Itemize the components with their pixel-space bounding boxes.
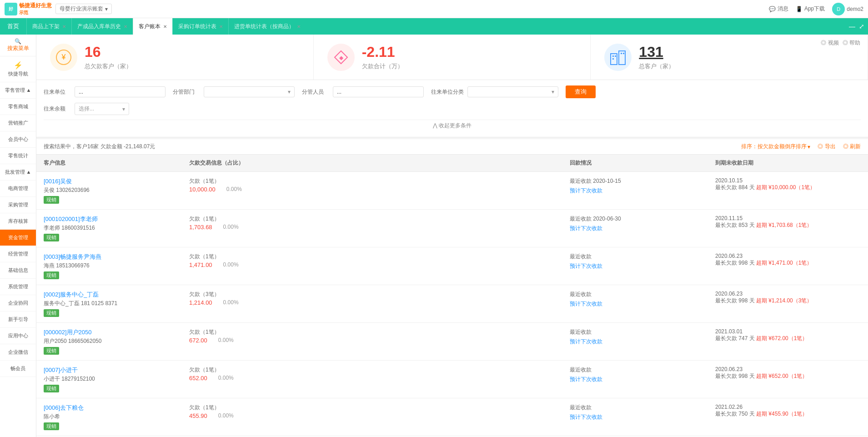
filter-label-person: 分管人员 — [302, 88, 329, 96]
customer-name[interactable]: [0006]去下粮仓 — [44, 404, 189, 412]
filter-balance: 往来余额 选择... ▾ — [44, 103, 129, 115]
customer-tag: 现销 — [44, 309, 59, 317]
logo: 好 畅捷通好生意 示范 — [5, 2, 52, 16]
help-action[interactable]: ◎ 帮助 — [843, 39, 860, 47]
collapse-button[interactable]: ⋀ 收起更多条件 — [44, 120, 861, 131]
customer-name[interactable]: [0001020001]李老师 — [44, 215, 189, 223]
top-bar: 好 畅捷通好生意 示范 母婴行业演示账套 ▾ 💬 消息 📱 App下载 D de… — [0, 0, 868, 18]
overdue-days: 最长欠款 884 天 超期 ¥10,000.00（1笔） — [715, 184, 861, 191]
owe-info: 欠款（1笔） 1,703.68 0.00% — [189, 215, 570, 231]
customer-info: [0016]吴俊 吴俊 13026203696 现销 — [44, 177, 189, 204]
overdue-link[interactable]: 超期 ¥652.00（1笔） — [756, 373, 808, 379]
table-row: [0002]服务中心_丁磊 服务中心_丁磊 181 0125 8371 现销 欠… — [36, 285, 868, 323]
collect-date: 最近收款 — [570, 366, 715, 374]
sidebar-item-wechat[interactable]: 企业微信 — [0, 344, 36, 361]
tab-close-icon[interactable]: ✕ — [62, 24, 66, 29]
tab-minimize-icon[interactable]: — — [849, 23, 855, 30]
owe-amount[interactable]: 652.00 — [189, 375, 207, 382]
tab-bar: 首页 商品上下架 ✕ 产成品入库单历史 ✕ 客户账本 ✕ 采购订单统计表 ✕ 进… — [0, 18, 868, 35]
sidebar-item-retail-stats[interactable]: 零售统计 — [0, 148, 36, 164]
owe-amount[interactable]: 455.90 — [189, 412, 207, 419]
customer-name[interactable]: [0016]吴俊 — [44, 177, 189, 186]
overdue-link[interactable]: 超期 ¥10,000.00（1笔） — [756, 184, 815, 191]
sort-chevron-icon[interactable]: ▾ — [808, 144, 810, 150]
filter-select-unit-class[interactable]: ▾ — [467, 86, 558, 97]
customer-name[interactable]: [0002]服务中心_丁磊 — [44, 291, 189, 299]
sidebar-item-basic[interactable]: 基础信息 — [0, 262, 36, 279]
search-button[interactable]: 查询 — [566, 85, 596, 98]
sidebar-item-purchase[interactable]: 采购管理 — [0, 197, 36, 213]
overdue-link[interactable]: 超期 ¥1,471.00（1笔） — [756, 260, 812, 266]
collapse-label: 收起更多条件 — [439, 122, 472, 129]
sidebar-item-enterprise[interactable]: 企业协同 — [0, 295, 36, 311]
sidebar-search[interactable]: 🔍 搜索菜单 — [0, 35, 36, 56]
overdue-link[interactable]: 超期 ¥455.90（1笔） — [756, 411, 808, 417]
customer-phone: 海燕 18513066976 — [44, 262, 189, 270]
customer-name[interactable]: [0003]畅捷服务尹海燕 — [44, 253, 189, 261]
due-date: 2020.11.15 — [715, 215, 861, 221]
sidebar-item-inventory[interactable]: 库存核算 — [0, 213, 36, 230]
overdue-link[interactable]: 超期 ¥672.00（1笔） — [756, 335, 808, 342]
owe-amount[interactable]: 10,000.00 — [189, 186, 216, 193]
customer-name[interactable]: [0007]小进干 — [44, 366, 189, 374]
owe-amount[interactable]: 1,703.68 — [189, 224, 212, 231]
tab-customer-account[interactable]: 客户账本 ✕ — [133, 18, 172, 35]
video-action[interactable]: ◎ 视频 — [821, 39, 838, 47]
sidebar-item-batch[interactable]: 批发管理 ▲ — [0, 164, 36, 181]
sidebar-item-finance[interactable]: 资金管理 — [0, 230, 36, 246]
col-header-customer: 客户信息 — [44, 159, 189, 167]
phone-icon: 📱 — [796, 6, 803, 12]
top-bar-right: 💬 消息 📱 App下载 D demo2 — [769, 3, 863, 15]
customer-name[interactable]: [000002]用户2050 — [44, 328, 189, 337]
filter-select-balance[interactable]: 选择... ▾ — [75, 103, 129, 115]
due-info: 2020.06.23 最长欠款 998 天 超期 ¥1,214.00（3笔） — [715, 291, 861, 305]
message-button[interactable]: 💬 消息 — [769, 5, 788, 13]
overdue-link[interactable]: 超期 ¥1,703.68（1笔） — [756, 222, 812, 228]
sidebar-item-quick-nav[interactable]: ⚡ 快捷导航 — [0, 56, 36, 82]
owe-pct: 0.00% — [226, 186, 242, 192]
tab-close-icon[interactable]: ✕ — [297, 24, 301, 29]
tab-home[interactable]: 首页 — [0, 18, 26, 35]
collect-next: 预计下次收款 — [570, 300, 715, 308]
owe-row: 652.00 0.00% — [189, 374, 570, 382]
tab-product-updown[interactable]: 商品上下架 ✕ — [26, 18, 71, 35]
filter-input-source-unit[interactable]: ... — [75, 86, 166, 97]
sidebar-item-vip[interactable]: 畅会员 — [0, 361, 36, 377]
results-summary: 搜索结果中，客户16家 欠款金额 -21,148.07元 — [44, 143, 155, 151]
tab-close-icon[interactable]: ✕ — [163, 24, 167, 29]
sidebar-item-member[interactable]: 会员中心 — [0, 131, 36, 148]
sidebar-item-retail-mall[interactable]: 零售商城 — [0, 99, 36, 115]
tab-maximize-icon[interactable]: ⤢ — [859, 23, 864, 30]
filter-select-dept[interactable]: ▾ — [204, 86, 295, 97]
sidebar: 🔍 搜索菜单 ⚡ 快捷导航 零售管理 ▲ 零售商城 营销推广 会员中心 零售统计… — [0, 35, 36, 437]
company-selector[interactable]: 母婴行业演示账套 ▾ — [55, 4, 112, 14]
tab-purchase-order[interactable]: 采购订单统计表 ✕ — [172, 18, 228, 35]
search-icon: 🔍 — [4, 38, 32, 45]
tab-close-icon[interactable]: ✕ — [124, 24, 127, 29]
owe-row: 1,471.00 0.00% — [189, 261, 570, 268]
filter-input-person[interactable]: ... — [333, 86, 424, 97]
overdue-days: 最长欠款 853 天 超期 ¥1,703.68（1笔） — [715, 221, 861, 229]
filter-person: 分管人员 ... — [302, 86, 424, 97]
collect-date: 最近收款 — [570, 291, 715, 298]
owe-amount[interactable]: 1,214.00 — [189, 299, 212, 306]
tab-product-instock[interactable]: 产成品入库单历史 ✕ — [71, 18, 133, 35]
refresh-button[interactable]: ◎ 刷新 — [843, 143, 861, 151]
user-menu[interactable]: D demo2 — [832, 3, 863, 15]
overdue-link[interactable]: 超期 ¥1,214.00（3笔） — [756, 297, 812, 304]
sidebar-item-retail[interactable]: 零售管理 ▲ — [0, 82, 36, 99]
customer-info: [0002]服务中心_丁磊 服务中心_丁磊 181 0125 8371 现销 — [44, 291, 189, 317]
sidebar-item-system[interactable]: 系统管理 — [0, 279, 36, 295]
sidebar-item-app-center[interactable]: 应用中心 — [0, 328, 36, 344]
sidebar-item-guide[interactable]: 新手引导 — [0, 311, 36, 328]
tab-close-icon[interactable]: ✕ — [219, 24, 223, 29]
owe-amount[interactable]: 672.00 — [189, 337, 207, 344]
export-button[interactable]: ◎ 导出 — [818, 143, 835, 151]
app-download-button[interactable]: 📱 App下载 — [796, 5, 825, 13]
owe-amount[interactable]: 1,471.00 — [189, 261, 212, 268]
sidebar-item-ecommerce[interactable]: 电商管理 — [0, 181, 36, 197]
col-header-owe: 欠款交易信息（占比） — [189, 159, 570, 167]
sidebar-item-business[interactable]: 经营管理 — [0, 246, 36, 262]
sidebar-item-marketing[interactable]: 营销推广 — [0, 115, 36, 131]
tab-instock-stats[interactable]: 进货单统计表（按商品） ✕ — [228, 18, 306, 35]
